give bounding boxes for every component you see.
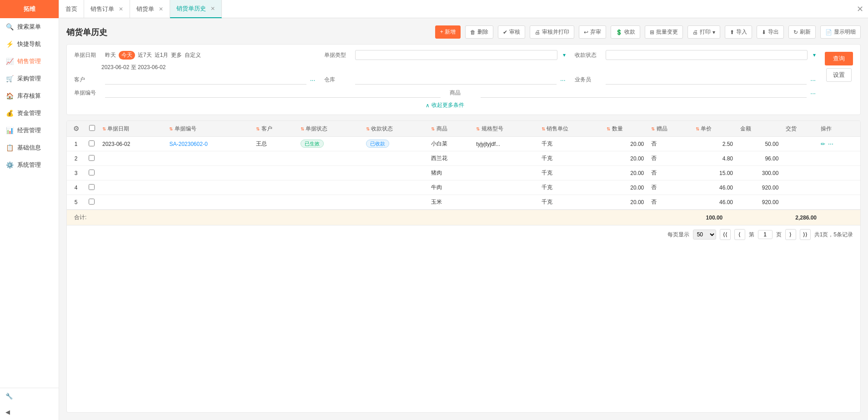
sidebar: 拓维 🔍 搜索菜单 ⚡ 快捷导航 📈 销售管理 🛒 采购管理 🏠 库存核算 💰 …	[0, 0, 59, 420]
page-label: 第	[749, 231, 754, 239]
col-header-quantity[interactable]: ⇅ 数量	[603, 121, 647, 137]
cell-sales-unit: 千克	[538, 166, 603, 180]
shortcut-custom[interactable]: 自定义	[185, 51, 201, 59]
per-page-select[interactable]: 50 100 200	[693, 230, 716, 240]
row-checkbox[interactable]	[89, 140, 95, 146]
warehouse-input[interactable]	[355, 75, 557, 85]
new-button[interactable]: + 新增	[435, 25, 461, 39]
cell-payment-status	[362, 151, 428, 166]
batch-change-button[interactable]: ⊞ 批量变更	[645, 25, 683, 39]
sidebar-item-basic-info[interactable]: 📋 基础信息	[0, 139, 59, 156]
tab-close-sales-order[interactable]: ✕	[119, 6, 123, 12]
tab-sales-order[interactable]: 销售订单 ✕	[84, 0, 130, 18]
filter-row-2: 客户 ··· 仓库 ··· 业务员 ···	[74, 75, 816, 85]
tab-sales-history[interactable]: 销货单历史 ✕	[170, 0, 222, 18]
table-row: 2西兰花千克20.00否4.8096.00	[67, 151, 860, 166]
review-button[interactable]: ✔ 审核	[498, 25, 525, 39]
sidebar-item-label: 搜索菜单	[17, 23, 41, 31]
refresh-button[interactable]: ↻ 刷新	[788, 25, 816, 39]
first-page-btn[interactable]: ⟨⟨	[720, 229, 731, 240]
salesperson-input[interactable]	[606, 75, 807, 85]
col-header-doc-status[interactable]: ⇅ 单据状态	[297, 121, 362, 137]
cell-transaction	[782, 195, 817, 210]
col-header-sales-unit[interactable]: ⇅ 销售单位	[538, 121, 603, 137]
cell-goods: 小白菜	[427, 137, 472, 151]
collapse-more-btn[interactable]: ∧ 收起更多条件	[426, 101, 464, 109]
doc-type-input[interactable]	[355, 50, 557, 60]
export-button[interactable]: ⬇ 导出	[757, 25, 784, 39]
col-header-goods[interactable]: ⇅ 商品	[427, 121, 472, 137]
col-header-check[interactable]	[85, 121, 99, 137]
sidebar-collapse-btn[interactable]: ◀	[0, 404, 59, 420]
tab-close-sales-history[interactable]: ✕	[211, 5, 215, 12]
doc-type-label: 单据类型	[324, 51, 351, 59]
doc-number-link[interactable]: SA-20230602-0	[169, 141, 207, 147]
shortcut-1month[interactable]: 近1月	[155, 51, 169, 59]
cell-check	[85, 195, 99, 210]
total-label: 合计:	[74, 214, 86, 221]
sidebar-item-purchase-mgmt[interactable]: 🛒 采购管理	[0, 70, 59, 87]
col-header-gift[interactable]: ⇅ 赠品	[647, 121, 692, 137]
warehouse-picker-btn[interactable]: ···	[560, 76, 566, 84]
shortcut-7days[interactable]: 近7天	[138, 51, 152, 59]
doc-date-label: 单据日期	[74, 51, 101, 59]
salesperson-picker-btn[interactable]: ···	[810, 76, 816, 84]
customer-input[interactable]	[105, 75, 306, 85]
show-detail-button[interactable]: 📄 显示明细	[820, 25, 861, 39]
prev-page-btn[interactable]: ⟨	[734, 229, 745, 240]
close-all-tabs-icon[interactable]: ✕	[857, 4, 863, 14]
row-checkbox[interactable]	[89, 199, 95, 205]
payment-status-input[interactable]	[606, 50, 808, 60]
sidebar-item-inventory-calc[interactable]: 🏠 库存核算	[0, 87, 59, 105]
goods-input[interactable]	[481, 88, 807, 98]
goods-picker-btn[interactable]: ···	[810, 90, 816, 97]
gear-icon: ⚙️	[5, 161, 14, 169]
col-header-customer[interactable]: ⇅ 客户	[252, 121, 297, 137]
sidebar-settings-btn[interactable]: 🔧	[0, 388, 59, 404]
sidebar-item-search-menu[interactable]: 🔍 搜索菜单	[0, 18, 59, 35]
import-button[interactable]: ⬆ 导入	[725, 25, 752, 39]
col-header-unit-price[interactable]: ⇅ 单价	[692, 121, 737, 137]
col-header-doc-date[interactable]: ⇅ 单据日期	[99, 121, 166, 137]
delete-button[interactable]: 🗑 删除	[465, 25, 493, 39]
sidebar-item-operations-mgmt[interactable]: 📊 经营管理	[0, 122, 59, 139]
tab-home[interactable]: 首页	[59, 0, 84, 18]
next-page-btn[interactable]: ⟩	[785, 229, 796, 240]
customer-picker-btn[interactable]: ···	[310, 76, 316, 84]
col-header-payment-status[interactable]: ⇅ 收款状态	[362, 121, 428, 137]
abandon-button[interactable]: ↩ 弃审	[579, 25, 606, 39]
review-print-button[interactable]: 🖨 审核并打印	[530, 25, 574, 39]
settings-gear-icon[interactable]: ⚙	[73, 125, 79, 132]
shortcut-today[interactable]: 今天	[119, 51, 135, 60]
col-header-spec-type[interactable]: ⇅ 规格型号	[472, 121, 538, 137]
sidebar-item-quick-nav[interactable]: ⚡ 快捷导航	[0, 35, 59, 53]
more-action-btn[interactable]: ⋯	[828, 141, 833, 147]
print-button[interactable]: 🖨 打印 ▾	[687, 25, 720, 39]
col-header-settings[interactable]: ⚙	[67, 121, 85, 137]
cell-amount: 96.00	[737, 151, 782, 166]
last-page-btn[interactable]: ⟩⟩	[800, 229, 811, 240]
row-checkbox[interactable]	[89, 155, 95, 161]
sort-icon: ⇅	[431, 126, 435, 131]
cell-goods: 牛肉	[427, 180, 472, 195]
cell-seq: 4	[67, 180, 85, 195]
col-header-doc-number[interactable]: ⇅ 单据编号	[166, 121, 252, 137]
sidebar-item-finance-mgmt[interactable]: 💰 资金管理	[0, 105, 59, 122]
query-button[interactable]: 查询	[825, 52, 853, 65]
sidebar-item-sales-mgmt[interactable]: 📈 销售管理	[0, 53, 59, 70]
doc-number-input[interactable]	[105, 88, 441, 98]
shortcut-yesterday[interactable]: 昨天	[105, 51, 116, 59]
tab-close-sales-delivery[interactable]: ✕	[159, 6, 163, 12]
select-all-checkbox[interactable]	[89, 125, 95, 131]
tab-sales-delivery[interactable]: 销货单 ✕	[130, 0, 170, 18]
page-number-input[interactable]	[758, 230, 773, 239]
shortcut-more[interactable]: 更多	[171, 51, 182, 59]
edit-action-btn[interactable]: ✏	[821, 141, 825, 147]
cell-check	[85, 137, 99, 151]
row-checkbox[interactable]	[89, 184, 95, 190]
settings-button[interactable]: 设置	[826, 68, 852, 82]
row-checkbox[interactable]	[89, 170, 95, 175]
filter-doc-type: 单据类型 ▾	[324, 50, 565, 60]
sidebar-item-system-mgmt[interactable]: ⚙️ 系统管理	[0, 156, 59, 174]
collect-button[interactable]: 💲 收款	[611, 25, 640, 39]
